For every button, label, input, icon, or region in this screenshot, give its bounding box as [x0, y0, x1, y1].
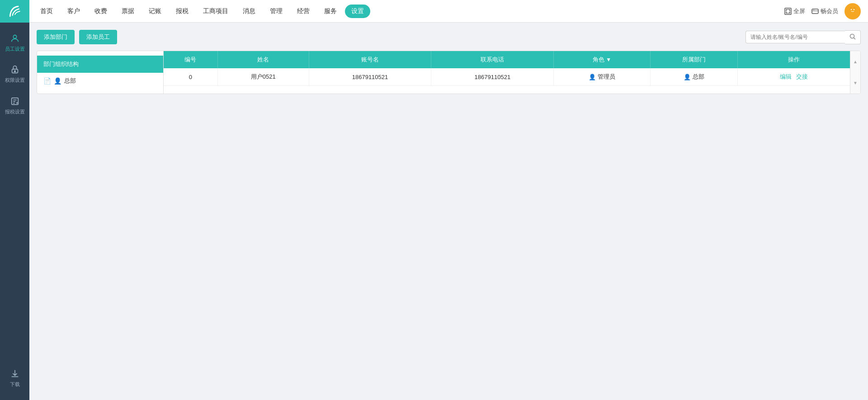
svg-rect-1 — [812, 9, 818, 14]
dept-file-icon: 📄 — [43, 77, 51, 85]
scroll-buttons: ▲ ▼ — [850, 51, 860, 94]
svg-point-5 — [851, 9, 852, 9]
left-sidebar: 员工设置 权限设置 报税设置 下载 — [0, 23, 29, 400]
nav-item-管理[interactable]: 管理 — [264, 5, 289, 18]
nav-items: 首页客户收费票据记账报税工商项目消息管理经营服务设置 — [29, 5, 784, 18]
action-编辑[interactable]: 编辑 — [780, 73, 792, 80]
sidebar-item-download[interactable]: 下载 — [0, 362, 29, 394]
svg-point-6 — [854, 9, 854, 9]
sidebar-item-employee[interactable]: 员工设置 — [0, 27, 29, 58]
nav-item-经营[interactable]: 经营 — [291, 5, 316, 18]
sidebar-taxsetting-label: 报税设置 — [5, 108, 25, 115]
nav-item-收费[interactable]: 收费 — [88, 5, 113, 18]
col-actions: 操作 — [738, 51, 850, 68]
svg-point-9 — [14, 71, 15, 72]
cell-account: 18679110521 — [309, 68, 431, 86]
svg-point-7 — [13, 35, 16, 38]
search-button[interactable] — [845, 30, 861, 44]
app-logo — [0, 0, 29, 23]
toolbar: 添加部门 添加员工 — [37, 30, 861, 44]
sidebar-item-taxsetting[interactable]: 报税设置 — [0, 90, 29, 121]
table-area: 编号 姓名 账号名 联系电话 角色 ▼ 所属部门 操作 — [164, 51, 850, 94]
top-nav-right: 全屏 畅会员 — [784, 3, 868, 19]
nav-item-记账[interactable]: 记账 — [142, 5, 168, 18]
dept-badge-icon: 👤 — [684, 74, 691, 80]
fullscreen-label: 全屏 — [793, 7, 805, 15]
nav-item-客户[interactable]: 客户 — [61, 5, 86, 18]
nav-item-服务[interactable]: 服务 — [318, 5, 343, 18]
dept-user-icon: 👤 — [54, 77, 61, 85]
add-dept-button[interactable]: 添加部门 — [37, 30, 75, 44]
role-user-icon: 👤 — [589, 74, 596, 80]
vip-btn[interactable]: 畅会员 — [811, 7, 838, 15]
cell-phone: 18679110521 — [431, 68, 554, 86]
layout: 员工设置 权限设置 报税设置 下载 — [0, 23, 868, 400]
search-area — [745, 30, 861, 44]
sidebar-item-permission[interactable]: 权限设置 — [0, 58, 29, 89]
dept-tree-header: 部门组织结构 — [37, 56, 163, 73]
fullscreen-btn[interactable]: 全屏 — [784, 7, 805, 15]
nav-item-工商项目[interactable]: 工商项目 — [197, 5, 235, 18]
cell-dept: 👤 总部 — [650, 68, 738, 86]
col-role[interactable]: 角色 ▼ — [554, 51, 650, 68]
cell-role: 👤 管理员 — [554, 68, 650, 86]
col-account: 账号名 — [309, 51, 431, 68]
employee-table: 编号 姓名 账号名 联系电话 角色 ▼ 所属部门 操作 — [164, 51, 850, 86]
sidebar-employee-label: 员工设置 — [5, 46, 25, 52]
dept-name-label: 总部 — [64, 77, 76, 85]
avatar[interactable] — [844, 3, 861, 19]
nav-item-报税[interactable]: 报税 — [170, 5, 195, 18]
col-name: 姓名 — [217, 51, 309, 68]
vip-label: 畅会员 — [821, 7, 838, 15]
nav-item-消息[interactable]: 消息 — [236, 5, 262, 18]
add-emp-button[interactable]: 添加员工 — [79, 30, 117, 44]
cell-name: 用户0521 — [217, 68, 309, 86]
nav-item-设置[interactable]: 设置 — [345, 5, 370, 18]
action-交接[interactable]: 交接 — [796, 73, 808, 80]
table-row: 0 用户0521 18679110521 18679110521 👤 管理员 👤… — [164, 68, 850, 86]
cell-id: 0 — [164, 68, 217, 86]
nav-item-首页[interactable]: 首页 — [34, 5, 59, 18]
svg-point-2 — [813, 9, 814, 10]
sidebar-bottom: 下载 — [0, 362, 29, 400]
table-header-row: 编号 姓名 账号名 联系电话 角色 ▼ 所属部门 操作 — [164, 51, 850, 68]
svg-rect-0 — [785, 8, 791, 14]
dept-tree-item-general[interactable]: 📄 👤 总部 — [37, 73, 163, 89]
scroll-down-button[interactable]: ▼ — [850, 72, 860, 94]
content-area: 部门组织结构 📄 👤 总部 编号 姓名 账号名 联系电话 — [37, 51, 861, 94]
role-filter-icon: ▼ — [606, 56, 611, 63]
scroll-up-button[interactable]: ▲ — [850, 51, 860, 72]
nav-item-票据[interactable]: 票据 — [115, 5, 141, 18]
sidebar-permission-label: 权限设置 — [5, 77, 25, 83]
svg-point-4 — [849, 14, 857, 18]
cell-actions: 编辑交接 — [738, 68, 850, 86]
dept-tree: 部门组织结构 📄 👤 总部 — [37, 51, 164, 94]
col-id: 编号 — [164, 51, 217, 68]
search-input[interactable] — [745, 31, 845, 43]
col-phone: 联系电话 — [431, 51, 554, 68]
top-nav: 首页客户收费票据记账报税工商项目消息管理经营服务设置 全屏 畅会员 — [0, 0, 868, 23]
svg-point-3 — [849, 7, 856, 13]
main-content: 添加部门 添加员工 部门组织结构 📄 👤 总部 — [29, 23, 868, 400]
sidebar-download-label: 下载 — [10, 381, 20, 387]
col-dept: 所属部门 — [650, 51, 738, 68]
